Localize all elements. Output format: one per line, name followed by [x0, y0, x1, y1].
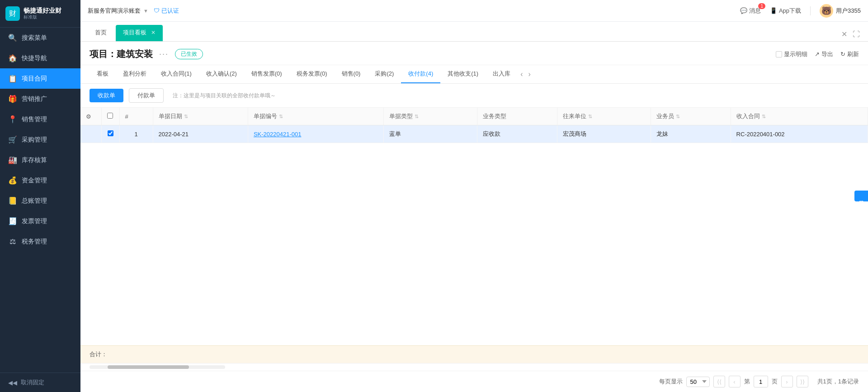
- summary-label: 合计：: [90, 351, 107, 358]
- sidebar-item-icon-2: 📋: [8, 74, 17, 83]
- sidebar-item-icon-8: 📒: [8, 196, 17, 205]
- horizontal-scrollbar-track[interactable]: [90, 365, 225, 369]
- page-suffix-label: 页: [772, 378, 778, 386]
- sidebar-item-4[interactable]: 📍销售管理: [0, 109, 80, 129]
- logo-icon: 财: [5, 6, 20, 21]
- td-code[interactable]: SK-20220421-001: [248, 125, 383, 143]
- tab-home-label: 首页: [95, 29, 107, 37]
- subtab-tax-invoice[interactable]: 税务发票(0): [289, 65, 335, 83]
- sidebar: 财 畅捷通好业财 标准版 🔍搜索菜单🏠快捷导航📋项目合同🎁营销推广📍销售管理🛒采…: [0, 0, 80, 392]
- next-page-button[interactable]: ›: [781, 376, 793, 387]
- shield-icon: 🛡: [154, 7, 160, 14]
- certified-badge: 🛡 已认证: [154, 7, 179, 15]
- subtab-next-arrow[interactable]: ›: [525, 66, 533, 83]
- horizontal-scrollbar-thumb[interactable]: [108, 365, 189, 369]
- sidebar-item-6[interactable]: 🏭库存核算: [0, 150, 80, 170]
- td-checkbox: [101, 125, 119, 143]
- subtab-sales-invoice[interactable]: 销售发票(0): [244, 65, 289, 83]
- show-detail-button[interactable]: 显示明细: [776, 50, 807, 58]
- main-area: 新服务官网演示账套 ▼ 🛡 已认证 💬 消息 1 📱 App下载 🐻 用户335…: [80, 0, 868, 392]
- th-settings[interactable]: ⚙: [80, 108, 101, 125]
- project-more-menu[interactable]: ···: [159, 49, 169, 59]
- user-label: 用户3355: [836, 7, 861, 15]
- tab-close-icon[interactable]: ✕: [151, 29, 156, 36]
- message-button[interactable]: 💬 消息 1: [740, 7, 761, 15]
- th-partner: 往来单位⇅: [557, 108, 651, 125]
- show-detail-label: 显示明细: [784, 50, 807, 58]
- row-checkbox[interactable]: [108, 130, 113, 136]
- sidebar-item-8[interactable]: 📒总账管理: [0, 191, 80, 211]
- show-detail-checkbox[interactable]: [776, 51, 782, 57]
- account-selector[interactable]: 新服务官网演示账套 ▼: [88, 7, 148, 15]
- last-page-button[interactable]: ⟩⟩: [797, 376, 808, 387]
- sidebar-item-icon-4: 📍: [8, 115, 17, 124]
- sidebar-unpin-label: 取消固定: [21, 378, 44, 387]
- project-status-badge: 已生效: [175, 49, 203, 59]
- topbar-divider: [810, 6, 811, 15]
- subtab-inout[interactable]: 出入库: [486, 65, 518, 83]
- subtab-sales[interactable]: 销售(0): [335, 65, 368, 83]
- subtab-income-contract[interactable]: 收入合同(1): [154, 65, 199, 83]
- export-button[interactable]: ↗ 导出: [815, 50, 833, 58]
- account-arrow-icon: ▼: [143, 8, 148, 14]
- subtab-kanban[interactable]: 看板: [90, 65, 116, 83]
- first-page-button[interactable]: ⟨⟨: [713, 376, 725, 387]
- project-header: 项目：建筑安装 ··· 已生效 显示明细 ↗ 导出 ↻ 刷新: [80, 42, 868, 65]
- project-header-actions: 显示明细 ↗ 导出 ↻ 刷新: [776, 50, 859, 58]
- app-download-button[interactable]: 📱 App下载: [770, 7, 801, 15]
- table-wrapper: ⚙ # 单据日期⇅ 单据编号⇅ 单据类型⇅ 业务类型 往来单位⇅ 业务员⇅ 收入…: [80, 108, 868, 345]
- project-title: 项目：建筑安装: [90, 48, 153, 60]
- window-maximize-button[interactable]: ⛶: [852, 29, 861, 39]
- th-salesman: 业务员⇅: [651, 108, 731, 125]
- sidebar-item-10[interactable]: ⚖税务管理: [0, 231, 80, 252]
- page-number-input[interactable]: [754, 376, 768, 387]
- sidebar-item-7[interactable]: 💰资金管理: [0, 170, 80, 191]
- document-link[interactable]: SK-20220421-001: [254, 131, 302, 138]
- refresh-icon: ↻: [840, 51, 845, 57]
- th-biz-type: 业务类型: [477, 108, 557, 125]
- sidebar-scroll: 🔍搜索菜单🏠快捷导航📋项目合同🎁营销推广📍销售管理🛒采购管理🏭库存核算💰资金管理…: [0, 28, 80, 373]
- topbar-actions: 💬 消息 1 📱 App下载 🐻 用户3355: [740, 4, 861, 18]
- feedback-button[interactable]: 意见反馈: [854, 191, 868, 201]
- receipts-filter-button[interactable]: 收款单: [90, 89, 123, 102]
- subtab-income-confirm[interactable]: 收入确认(2): [199, 65, 244, 83]
- sidebar-item-icon-1: 🏠: [8, 54, 17, 62]
- sidebar-item-label-3: 营销推广: [22, 95, 47, 103]
- sidebar-item-9[interactable]: 🧾发票管理: [0, 211, 80, 231]
- subtab-payment[interactable]: 收付款(4): [401, 65, 440, 83]
- subtab-profit[interactable]: 盈利分析: [116, 65, 154, 83]
- tab-project-board[interactable]: 项目看板 ✕: [116, 25, 163, 41]
- sidebar-logo: 财 畅捷通好业财 标准版: [0, 0, 80, 28]
- sidebar-item-3[interactable]: 🎁营销推广: [0, 89, 80, 109]
- th-num: #: [119, 108, 153, 125]
- export-icon: ↗: [815, 51, 820, 57]
- payments-filter-button[interactable]: 付款单: [129, 88, 164, 103]
- sidebar-unpin[interactable]: ◀◀ 取消固定: [0, 373, 80, 392]
- sidebar-item-label-10: 税务管理: [22, 238, 47, 246]
- refresh-button[interactable]: ↻ 刷新: [840, 50, 859, 58]
- sidebar-item-label-7: 资金管理: [22, 177, 47, 185]
- tab-home[interactable]: 首页: [88, 25, 114, 41]
- tabsbar: 首页 项目看板 ✕ ✕ ⛶: [80, 22, 868, 42]
- prev-page-button[interactable]: ‹: [729, 376, 741, 387]
- sidebar-item-label-8: 总账管理: [22, 197, 47, 205]
- filterbar: 收款单 付款单 注：这里是与项目关联的全部收付款单哦～: [80, 84, 868, 108]
- sidebar-item-2[interactable]: 📋项目合同: [0, 68, 80, 89]
- subtab-prev-arrow[interactable]: ‹: [518, 66, 525, 83]
- user-menu[interactable]: 🐻 用户3355: [820, 4, 861, 18]
- subtab-purchase[interactable]: 采购(2): [368, 65, 401, 83]
- page-label: 第: [744, 378, 750, 386]
- table-summary: 合计：: [80, 345, 868, 363]
- sidebar-item-label-0: 搜索菜单: [22, 34, 47, 42]
- sidebar-item-1[interactable]: 🏠快捷导航: [0, 48, 80, 68]
- select-all-checkbox[interactable]: [107, 113, 113, 119]
- sidebar-item-0[interactable]: 🔍搜索菜单: [0, 28, 80, 48]
- per-page-select[interactable]: 50 100 200: [686, 377, 710, 387]
- sidebar-item-5[interactable]: 🛒采购管理: [0, 129, 80, 150]
- td-salesman: 龙妹: [651, 125, 731, 143]
- th-code: 单据编号⇅: [248, 108, 383, 125]
- window-close-button[interactable]: ✕: [840, 29, 848, 39]
- sidebar-item-icon-7: 💰: [8, 176, 17, 185]
- table-row[interactable]: 1 2022-04-21 SK-20220421-001 蓝单 应收款 宏茂商场…: [80, 125, 868, 143]
- subtab-other[interactable]: 其他收支(1): [440, 65, 486, 83]
